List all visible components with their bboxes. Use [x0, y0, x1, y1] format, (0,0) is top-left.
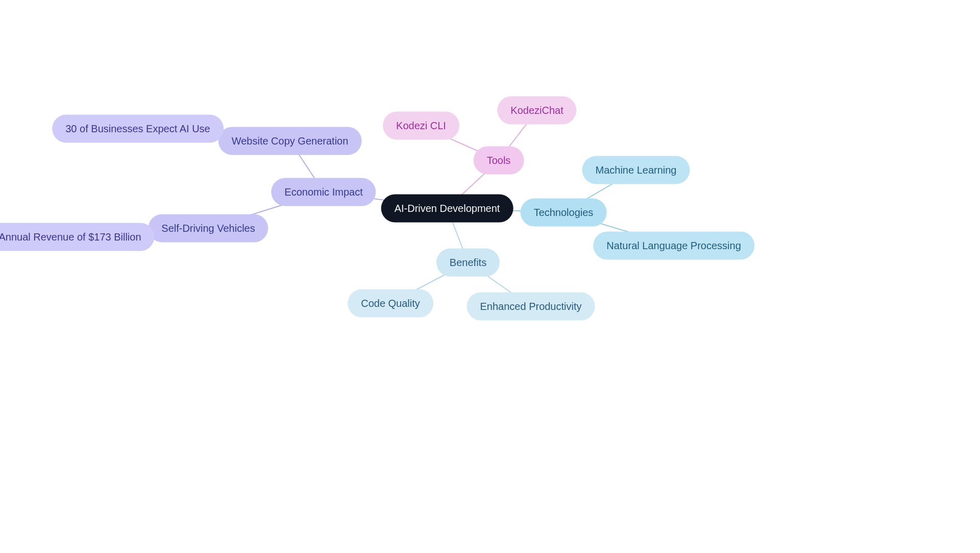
- node-businesses-stat[interactable]: 30 of Businesses Expect AI Use: [52, 115, 224, 143]
- node-label: Website Copy Generation: [232, 135, 349, 147]
- node-label: Enhanced Productivity: [480, 301, 581, 312]
- node-label: AI-Driven Development: [395, 203, 500, 214]
- node-label: Self-Driving Vehicles: [161, 223, 255, 234]
- node-benefits[interactable]: Benefits: [436, 249, 500, 277]
- node-label: Annual Revenue of $173 Billion: [0, 231, 141, 243]
- node-label: Kodezi CLI: [396, 120, 446, 132]
- node-productivity[interactable]: Enhanced Productivity: [467, 293, 595, 321]
- node-self-driving[interactable]: Self-Driving Vehicles: [148, 214, 268, 243]
- node-label: 30 of Businesses Expect AI Use: [65, 123, 210, 135]
- node-website-copy[interactable]: Website Copy Generation: [218, 127, 362, 155]
- node-label: Technologies: [534, 207, 594, 219]
- node-label: Tools: [487, 155, 511, 166]
- node-label: Economic Impact: [284, 186, 362, 198]
- node-economic-impact[interactable]: Economic Impact: [271, 178, 376, 206]
- node-label: KodeziChat: [510, 105, 563, 116]
- edge-layer: [0, 0, 980, 553]
- node-nlp[interactable]: Natural Language Processing: [593, 232, 754, 260]
- node-revenue-stat[interactable]: Annual Revenue of $173 Billion: [0, 223, 155, 251]
- node-technologies[interactable]: Technologies: [521, 199, 607, 227]
- node-tools[interactable]: Tools: [474, 147, 524, 175]
- node-label: Natural Language Processing: [606, 240, 741, 252]
- node-code-quality[interactable]: Code Quality: [348, 290, 433, 318]
- node-kodezichat[interactable]: KodeziChat: [497, 97, 576, 125]
- node-label: Benefits: [450, 257, 486, 269]
- node-label: Code Quality: [361, 298, 420, 309]
- node-center[interactable]: AI-Driven Development: [381, 195, 513, 223]
- node-kodezi-cli[interactable]: Kodezi CLI: [383, 112, 459, 140]
- mindmap-canvas: AI-Driven Development Economic Impact We…: [0, 0, 980, 553]
- node-machine-learning[interactable]: Machine Learning: [582, 156, 690, 184]
- node-label: Machine Learning: [596, 164, 677, 176]
